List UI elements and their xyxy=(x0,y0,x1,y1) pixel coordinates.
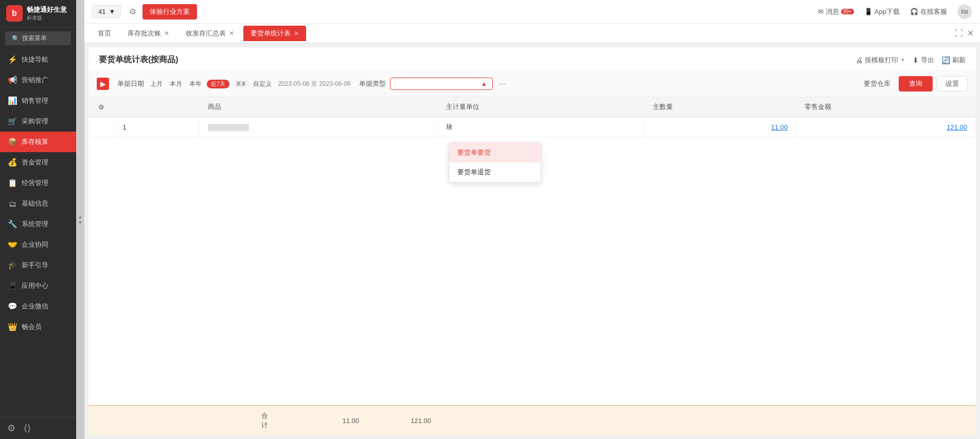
tab-order-stats[interactable]: 要货单统计表 ✕ xyxy=(243,26,306,41)
refresh-action[interactable]: 🔄 刷新 xyxy=(941,56,966,65)
td-unit: 块 xyxy=(438,117,645,137)
data-table: ⚙ 商品 主计量单位 主数量 零售金额 1 xyxy=(88,97,976,137)
marketing-icon: 📢 xyxy=(7,75,17,85)
app-center-icon: 📱 xyxy=(7,281,17,291)
trial-btn[interactable]: 体验行业方案 xyxy=(142,4,197,20)
sidebar-item-wechat[interactable]: 💬 企业微信 xyxy=(0,296,76,317)
filter-more-icon[interactable]: ··· xyxy=(499,79,507,89)
type-filter-select[interactable]: ▲ xyxy=(390,78,493,90)
topbar-left: 41 ▼ ⚙ 体验行业方案 xyxy=(93,4,197,20)
td-product xyxy=(199,117,438,137)
dropdown-item-return[interactable]: 要货单退货 xyxy=(449,162,541,182)
type-filter-group: 单据类型 ▲ ··· xyxy=(359,78,856,90)
sidebar-item-sales[interactable]: 📊 销售管理 xyxy=(0,90,76,111)
avatar-text: Rit xyxy=(961,9,968,15)
th-settings[interactable]: ⚙ xyxy=(88,97,114,117)
app-download-label: App下载 xyxy=(875,7,900,16)
sidebar-item-guide[interactable]: 🎓 新手引导 xyxy=(0,255,76,276)
tab-order-stats-close[interactable]: ✕ xyxy=(294,30,299,37)
vip-icon: 👑 xyxy=(7,322,17,332)
sidebar-item-app-center[interactable]: 📱 应用中心 xyxy=(0,276,76,296)
print-action[interactable]: 🖨 按模板打印 ▼ xyxy=(856,56,905,65)
maximize-icon[interactable]: ⛶ xyxy=(955,29,963,38)
table-header-row: ⚙ 商品 主计量单位 主数量 零售金额 xyxy=(88,97,976,117)
export-action[interactable]: ⬇ 导出 xyxy=(913,56,934,65)
product-placeholder xyxy=(208,124,249,131)
date-custom[interactable]: 自定义 xyxy=(253,80,272,88)
tab-batch-account-label: 库存批次账 xyxy=(128,29,161,38)
selector-num: 41 xyxy=(98,8,105,15)
sidebar-item-vip[interactable]: 👑 畅会员 xyxy=(0,317,76,337)
sidebar-item-system[interactable]: 🔧 系统管理 xyxy=(0,214,76,234)
tab-batch-account-close[interactable]: ✕ xyxy=(164,30,169,37)
sidebar-item-purchase[interactable]: 🛒 采购管理 xyxy=(0,111,76,132)
topbar-right: ✉ 消息 99+ 📱 App下载 🎧 在线客服 Rit xyxy=(818,5,972,19)
date-recent-7[interactable]: 近7天 xyxy=(207,80,229,88)
print-dropdown-icon: ▼ xyxy=(900,57,905,63)
close-all-icon[interactable]: ✕ xyxy=(967,28,974,38)
tab-home[interactable]: 首页 xyxy=(91,26,118,41)
date-this-month[interactable]: 本月 xyxy=(168,79,184,89)
date-filter-label: 单据日期 xyxy=(117,79,144,88)
table-footer: 合计 11.00 121.00 xyxy=(88,405,976,435)
quick-nav-label: 快捷导航 xyxy=(22,55,48,64)
settings-button[interactable]: 设置 xyxy=(937,76,968,92)
table-row: 1 块 11.00 121.00 xyxy=(88,117,976,137)
export-icon: ⬇ xyxy=(913,56,919,64)
date-this-year[interactable]: 本年 xyxy=(187,79,204,89)
system-icon: 🔧 xyxy=(7,219,17,229)
sidebar-item-basic[interactable]: 🗂 基础信息 xyxy=(0,193,76,214)
footer-amount: 121.00 xyxy=(380,417,431,425)
filter-expand-btn[interactable]: ▶ xyxy=(97,78,109,90)
dropdown-item-return-label: 要货单退货 xyxy=(457,168,491,176)
sidebar-item-inventory[interactable]: 📦 库存核算 xyxy=(0,132,76,152)
main-area: 41 ▼ ⚙ 体验行业方案 ✉ 消息 99+ 📱 App下载 🎧 在线客服 Ri… xyxy=(84,0,980,439)
marketing-label: 营销推广 xyxy=(22,76,48,85)
date-last-month[interactable]: 上月 xyxy=(148,79,165,89)
sidebar-item-quick-nav[interactable]: ⚡ 快捷导航 xyxy=(0,49,76,70)
app-center-label: 应用中心 xyxy=(22,281,48,290)
sidebar-scroll-handle[interactable]: ▲▼ xyxy=(76,0,84,439)
date-more-badge[interactable]: 更多 xyxy=(233,80,250,88)
operations-icon: 📋 xyxy=(7,178,17,188)
company-selector[interactable]: 41 ▼ xyxy=(93,5,121,18)
app-download-item[interactable]: 📱 App下载 xyxy=(864,7,900,16)
user-avatar[interactable]: Rit xyxy=(957,5,972,19)
query-button[interactable]: 查询 xyxy=(899,76,933,92)
dropdown-item-order[interactable]: 要货单要货 xyxy=(449,143,541,162)
filter-bar: ▶ 单据日期 上月 本月 本年 近7天 更多 自定义 2023-05-06 至 … xyxy=(88,71,976,97)
tabs-bar: 首页 库存批次账 ✕ 收发存汇总表 ✕ 要货单统计表 ✕ ⛶ ✕ xyxy=(84,24,980,43)
purchase-icon: 🛒 xyxy=(7,116,17,126)
inventory-icon: 📦 xyxy=(7,137,17,147)
search-menu[interactable]: 🔍 搜索菜单 xyxy=(5,31,71,45)
chevron-up-icon: ▲ xyxy=(481,80,487,87)
sidebar-item-enterprise[interactable]: 🤝 企业协同 xyxy=(0,234,76,255)
settings-icon[interactable]: ⚙ xyxy=(7,423,15,434)
td-settings xyxy=(88,117,114,137)
sidebar-item-marketing[interactable]: 📢 营销推广 xyxy=(0,70,76,90)
sales-label: 销售管理 xyxy=(22,96,48,105)
sidebar-item-finance[interactable]: 💰 资金管理 xyxy=(0,152,76,173)
guide-icon: 🎓 xyxy=(7,260,17,270)
vip-label: 畅会员 xyxy=(22,322,42,332)
page-header: 要货单统计表(按商品) 🖨 按模板打印 ▼ ⬇ 导出 🔄 刷新 xyxy=(88,47,976,71)
tab-batch-account[interactable]: 库存批次账 ✕ xyxy=(120,26,176,41)
tab-receive-summary-close[interactable]: ✕ xyxy=(229,30,234,37)
message-item[interactable]: ✉ 消息 99+ xyxy=(818,7,854,16)
sales-icon: 📊 xyxy=(7,96,17,106)
topbar-gear-icon[interactable]: ⚙ xyxy=(129,7,136,16)
page-actions: 🖨 按模板打印 ▼ ⬇ 导出 🔄 刷新 xyxy=(856,56,966,65)
footer-label: 合计 xyxy=(143,411,261,430)
th-index xyxy=(114,97,199,117)
date-shortcuts: 上月 本月 本年 近7天 更多 自定义 xyxy=(148,79,272,89)
wechat-label: 企业微信 xyxy=(22,302,48,311)
sidebar-item-operations[interactable]: 📋 经营管理 xyxy=(0,173,76,193)
sidebar-collapse-icon[interactable]: ⟨⟩ xyxy=(24,423,31,434)
tab-receive-summary[interactable]: 收发存汇总表 ✕ xyxy=(179,26,241,41)
td-amount[interactable]: 121.00 xyxy=(796,117,976,137)
brand-sub: 标准版 xyxy=(27,14,67,21)
topbar: 41 ▼ ⚙ 体验行业方案 ✉ 消息 99+ 📱 App下载 🎧 在线客服 Ri… xyxy=(84,0,980,24)
quick-nav-icon: ⚡ xyxy=(7,54,17,65)
td-qty[interactable]: 11.00 xyxy=(645,117,796,137)
online-service-item[interactable]: 🎧 在线客服 xyxy=(910,7,947,16)
